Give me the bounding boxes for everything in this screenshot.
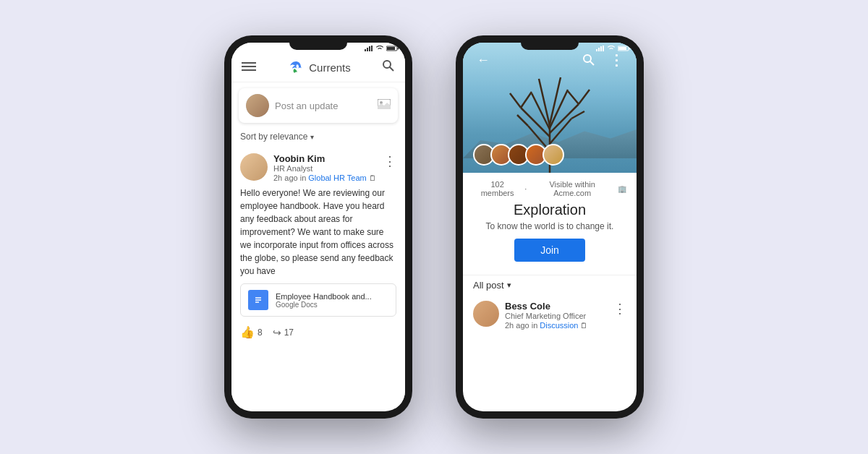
visibility-icon: 🏢: [618, 185, 626, 193]
right-post-name: Bess Cole: [505, 301, 608, 312]
like-button[interactable]: 👍 8: [240, 325, 263, 339]
back-icon: ←: [477, 53, 490, 68]
currents-header: Currents: [231, 53, 405, 82]
wifi-icon: [375, 46, 384, 51]
more-icon-right: ⋮: [609, 51, 624, 69]
svg-rect-3: [371, 46, 373, 51]
doc-icon: [248, 290, 268, 310]
svg-line-39: [571, 111, 584, 119]
group-tagline: To know the world is to change it.: [473, 221, 626, 231]
svg-rect-1: [367, 48, 368, 51]
svg-rect-0: [365, 49, 366, 51]
cover-image: ← ⋮: [463, 43, 637, 173]
join-button[interactable]: Join: [514, 239, 585, 262]
all-posts-bar[interactable]: All post ▾: [463, 275, 637, 295]
svg-rect-6: [387, 47, 395, 50]
group-name: Exploration: [473, 202, 626, 218]
currents-logo-icon: [287, 59, 305, 76]
user-avatar: [246, 94, 269, 117]
post-card: Yoobin Kim HR Analyst 2h ago in Global H…: [231, 146, 405, 408]
post-body: Hello everyone! We are reviewing our emp…: [240, 187, 396, 278]
right-post-time: 2h ago in: [505, 321, 537, 330]
sort-arrow: ▾: [310, 133, 314, 141]
svg-line-11: [390, 67, 394, 72]
post-user-info: Yoobin Kim HR Analyst 2h ago in Global H…: [240, 153, 376, 182]
post-meta: Yoobin Kim HR Analyst 2h ago in Global H…: [273, 153, 376, 182]
right-post-meta: Bess Cole Chief Marketing Officer 2h ago…: [505, 301, 608, 330]
battery-icon: [386, 46, 399, 51]
post-community-link[interactable]: Global HR Team: [308, 174, 367, 182]
right-post-community[interactable]: Discussion: [540, 321, 578, 330]
signal-icon-right: [596, 46, 605, 51]
right-phone-screen: ← ⋮: [463, 43, 637, 411]
post-avatar: [240, 153, 268, 181]
all-posts-arrow: ▾: [507, 280, 511, 290]
battery-icon-right: [618, 46, 631, 51]
svg-rect-24: [618, 47, 626, 50]
right-post-avatar: [473, 301, 499, 327]
share-icon: ↪: [273, 327, 281, 338]
phone-notch-left: [289, 43, 347, 50]
app-logo: Currents: [287, 59, 351, 76]
community-icon-left: 🗒: [369, 174, 376, 182]
post-user-name: Yoobin Kim: [273, 153, 376, 164]
post-more-icon[interactable]: ⋮: [383, 153, 396, 169]
phones-container: Currents Post an update: [224, 35, 644, 419]
svg-rect-23: [629, 48, 631, 50]
back-button[interactable]: ←: [473, 50, 493, 70]
svg-line-41: [590, 61, 595, 66]
post-time-community: 2h ago in Global HR Team 🗒: [273, 174, 376, 182]
share-button[interactable]: ↪ 17: [273, 327, 294, 338]
svg-line-38: [517, 115, 528, 126]
right-post-time-community: 2h ago in Discussion 🗒: [505, 321, 608, 330]
members-line: 102 members · Visible within Acme.com 🏢: [473, 180, 626, 197]
left-phone: Currents Post an update: [224, 35, 412, 419]
status-icons-right: [596, 46, 631, 51]
doc-info: Employee Handbook and... Google Docs: [276, 292, 372, 309]
right-post-role: Chief Marketing Officer: [505, 312, 608, 320]
svg-rect-5: [398, 48, 399, 50]
status-bar-right: [463, 43, 637, 51]
doc-source: Google Docs: [276, 301, 372, 309]
community-icon-right: 🗒: [580, 322, 587, 330]
right-phone: ← ⋮: [456, 35, 644, 419]
doc-title: Employee Handbook and...: [276, 292, 372, 301]
post-header: Yoobin Kim HR Analyst 2h ago in Global H…: [240, 153, 396, 182]
post-update-bar[interactable]: Post an update: [239, 88, 398, 123]
visibility-text: Visible within Acme.com: [529, 180, 615, 197]
svg-rect-21: [603, 46, 604, 51]
image-attach-icon[interactable]: [378, 99, 391, 112]
like-icon: 👍: [240, 325, 255, 339]
svg-rect-18: [596, 49, 597, 51]
svg-line-36: [579, 90, 590, 104]
hamburger-icon[interactable]: [242, 60, 256, 75]
sort-label: Sort by relevance: [240, 132, 307, 142]
svg-rect-20: [600, 46, 602, 51]
post-user-role: HR Analyst: [273, 164, 376, 173]
status-icons-left: [365, 46, 399, 51]
svg-line-37: [568, 91, 579, 104]
wifi-icon-right: [607, 46, 616, 51]
svg-rect-19: [598, 48, 600, 51]
sort-bar[interactable]: Sort by relevance ▾: [231, 129, 405, 146]
signal-icon: [365, 46, 373, 51]
post-placeholder: Post an update: [275, 100, 372, 111]
member-avatars: [473, 144, 560, 166]
svg-line-34: [510, 93, 521, 108]
doc-attachment[interactable]: Employee Handbook and... Google Docs: [240, 283, 396, 317]
more-button[interactable]: ⋮: [606, 50, 626, 70]
likes-count: 8: [258, 327, 263, 338]
svg-line-35: [521, 92, 532, 108]
right-post-card: Bess Cole Chief Marketing Officer 2h ago…: [463, 295, 637, 335]
member-avatar-5: [542, 144, 564, 166]
post-actions: 👍 8 ↪ 17: [240, 322, 396, 339]
all-posts-label: All post: [473, 280, 504, 291]
left-phone-screen: Currents Post an update: [231, 43, 405, 411]
group-info: 102 members · Visible within Acme.com 🏢 …: [463, 173, 637, 275]
post-time: 2h ago in: [273, 174, 306, 182]
search-icon-header[interactable]: [382, 59, 395, 75]
search-button[interactable]: [579, 50, 599, 70]
right-post-more-icon[interactable]: ⋮: [613, 301, 626, 317]
app-name: Currents: [309, 61, 351, 74]
members-count: 102 members: [473, 180, 522, 197]
